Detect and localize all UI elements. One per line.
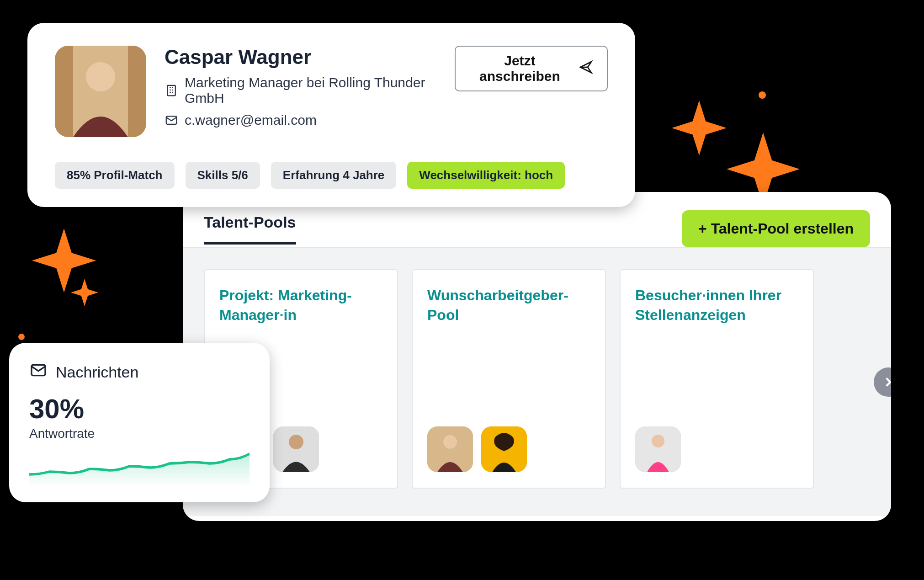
avatar <box>55 46 146 137</box>
svg-point-3 <box>86 62 115 91</box>
candidate-profile-card: Caspar Wagner Marketing Manager bei Roll… <box>27 23 635 207</box>
response-rate-label: Antwortrate <box>29 426 250 441</box>
mail-icon <box>165 113 178 127</box>
scroll-next-button[interactable] <box>874 367 891 397</box>
svg-rect-4 <box>167 85 175 96</box>
response-rate-sparkline <box>29 446 250 487</box>
contact-button[interactable]: Jetzt anschreiben <box>455 46 608 91</box>
mail-icon <box>29 361 48 383</box>
decoration-star-icon <box>71 279 98 306</box>
avatar <box>427 426 473 472</box>
avatar <box>481 426 527 472</box>
send-icon <box>579 60 593 78</box>
candidate-role: Marketing Manager bei Rolling Thunder Gm… <box>185 75 436 106</box>
svg-point-11 <box>443 435 457 449</box>
avatar <box>273 426 319 472</box>
talent-pool-card[interactable]: Besucher·innen Ihrer Stellenanzeigen <box>620 269 814 489</box>
talent-pool-list: Projekt: Marketing-Manager·in Wunscharbe… <box>183 248 891 516</box>
talent-pool-title: Projekt: Marketing-Manager·in <box>219 286 382 325</box>
chip-profile-match: 85% Profil-Match <box>55 162 175 189</box>
candidate-email: c.wagner@email.com <box>185 112 317 128</box>
tab-talent-pools[interactable]: Talent-Pools <box>204 213 296 245</box>
svg-point-15 <box>652 435 664 447</box>
candidate-name: Caspar Wagner <box>165 46 436 69</box>
svg-point-9 <box>289 435 303 449</box>
create-talent-pool-button[interactable]: + Talent-Pool erstellen <box>682 210 870 247</box>
talent-pool-title: Besucher·innen Ihrer Stellenanzeigen <box>635 286 798 325</box>
decoration-dot-icon <box>18 334 25 340</box>
talent-pool-card[interactable]: Wunscharbeitgeber-Pool <box>412 269 606 489</box>
chip-experience: Erfahrung 4 Jahre <box>271 162 397 189</box>
decoration-star-icon <box>672 101 727 155</box>
messages-heading: Nachrichten <box>56 363 138 381</box>
talent-pools-panel: Talent-Pools + Talent-Pool erstellen Pro… <box>183 192 891 521</box>
contact-button-label: Jetzt anschreiben <box>469 53 570 84</box>
chip-skills: Skills 5/6 <box>186 162 260 189</box>
svg-rect-2 <box>128 46 146 137</box>
talent-pool-title: Wunscharbeitgeber-Pool <box>427 286 590 325</box>
response-rate-value: 30% <box>29 393 250 425</box>
chip-willingness: Wechselwilligkeit: hoch <box>407 162 565 189</box>
messages-card: Nachrichten 30% Antwortrate <box>9 343 270 502</box>
svg-rect-1 <box>55 46 73 137</box>
decoration-dot-icon <box>759 91 766 99</box>
avatar <box>635 426 681 472</box>
building-icon <box>165 84 178 97</box>
